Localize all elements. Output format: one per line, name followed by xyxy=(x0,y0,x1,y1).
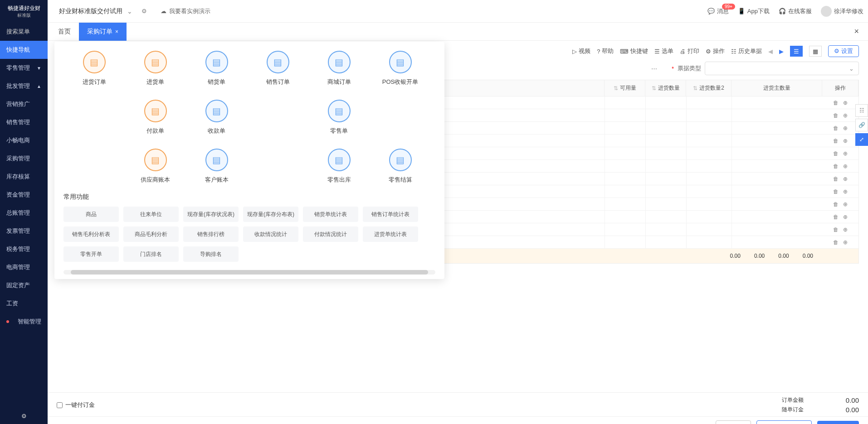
tabs: 首页 采购订单 × × xyxy=(0,23,868,41)
app-download[interactable]: 📱App下载 xyxy=(738,7,770,15)
tab-purchase-order[interactable]: 采购订单 × xyxy=(79,23,127,41)
user-menu[interactable]: 徐泽华修改 xyxy=(821,6,863,17)
messages[interactable]: 💬 消息 99+ xyxy=(707,7,729,15)
support[interactable]: 🎧在线客服 xyxy=(779,7,812,15)
product-dropdown[interactable]: 好业财标准版交付试用 ⌄ xyxy=(59,7,132,15)
brand-name: 畅捷通好业财 xyxy=(8,5,40,12)
close-icon[interactable]: × xyxy=(115,29,118,35)
brand-edition: 标准版 xyxy=(17,12,31,19)
topbar: 好业财标准版交付试用 ⌄ ⚙ ☁ 我要看实例演示 💬 消息 99+ 📱App下载… xyxy=(0,0,868,23)
chevron-down-icon: ⌄ xyxy=(127,8,132,15)
gear-icon[interactable]: ⚙ xyxy=(141,8,147,14)
sidebar-search[interactable]: 搜索菜单 xyxy=(0,23,48,41)
logo: 畅捷通好业财 标准版 xyxy=(0,0,48,23)
headset-icon: 🎧 xyxy=(779,8,786,14)
sidebar: 畅捷通好业财 标准版 搜索菜单 快捷导航 零售管理▼ 批发管理▲ 营销推广 销售… xyxy=(0,0,48,41)
avatar xyxy=(821,6,832,17)
chat-icon: 💬 xyxy=(707,8,715,14)
phone-icon: 📱 xyxy=(738,8,745,14)
badge-count: 99+ xyxy=(722,4,735,10)
tab-home[interactable]: 首页 xyxy=(50,23,79,41)
close-all-icon[interactable]: × xyxy=(854,27,859,36)
cloud-icon: ☁ xyxy=(161,8,166,14)
demo-link[interactable]: ☁ 我要看实例演示 xyxy=(161,7,210,15)
